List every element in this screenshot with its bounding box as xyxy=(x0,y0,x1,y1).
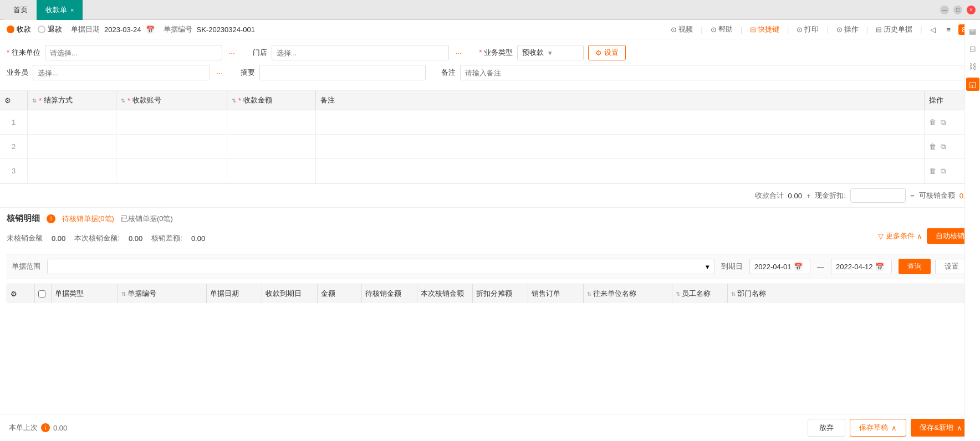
th2-current-text: 本次核销金额 xyxy=(421,289,464,299)
discount-input[interactable] xyxy=(850,188,906,203)
th2-doc-type: 单据类型 xyxy=(52,284,118,303)
th-payment-method: ⇅ * 结算方式 xyxy=(28,91,116,110)
row-1-amount[interactable] xyxy=(227,110,316,134)
draft-label: 保存草稿 xyxy=(859,423,888,433)
filter-settings-button[interactable]: 设置 xyxy=(935,259,968,274)
calendar-from-icon[interactable]: 📅 xyxy=(794,263,803,271)
delete-icon-3[interactable]: 🗑 xyxy=(929,167,936,175)
th-payment-text: 结算方式 xyxy=(44,95,73,105)
th2-amount-text: 金额 xyxy=(321,289,335,299)
total-label: 收款合计 xyxy=(755,191,784,201)
doc-num-value: SK-20230324-001 xyxy=(197,25,256,34)
sidebar-table-icon[interactable]: ▦ xyxy=(966,24,979,38)
copy-icon-2[interactable]: ⧉ xyxy=(941,142,946,151)
save-button[interactable]: 保存&新增 ∧ xyxy=(911,419,971,437)
th2-sales-order: 销售订单 xyxy=(528,284,584,303)
unchecked-label: 未核销金额 xyxy=(7,233,43,243)
select-all-checkbox[interactable] xyxy=(38,290,45,298)
range-label: 单据范围 xyxy=(12,261,40,271)
due-date-label: 到期日 xyxy=(721,261,743,271)
row-3-account[interactable] xyxy=(116,159,227,183)
th-actions-text: 操作 xyxy=(929,95,943,105)
doc-num-info: 单据编号 SK-20230324-001 xyxy=(164,24,256,34)
row-3-remark[interactable] xyxy=(316,159,925,183)
layout-btn[interactable]: ≡ xyxy=(943,24,955,35)
pending-tab[interactable]: 待核销单据(0笔) xyxy=(62,214,114,224)
business-type-dropdown[interactable]: 预收款 ▾ xyxy=(517,45,584,60)
close-button[interactable]: × xyxy=(967,6,976,14)
equals-sign: = xyxy=(910,192,915,200)
store-more-icon[interactable]: ··· xyxy=(453,49,464,57)
remark-input[interactable] xyxy=(460,65,973,80)
maximize-button[interactable]: □ xyxy=(953,6,962,14)
bottom-info-icon[interactable]: i xyxy=(41,423,50,432)
help-btn[interactable]: ⊙ 帮助 xyxy=(707,23,736,35)
th2-settings[interactable]: ⚙ xyxy=(7,284,35,303)
done-tab[interactable]: 已核销单据(0笔) xyxy=(121,214,173,224)
window-controls: — □ × xyxy=(940,6,976,14)
tab-home[interactable]: 首页 xyxy=(4,0,37,20)
abandon-button[interactable]: 放弃 xyxy=(808,419,845,437)
print-btn[interactable]: ⊙ 打印 xyxy=(793,23,822,35)
verify-title: 核销明细 xyxy=(7,213,40,224)
shortcut-btn[interactable]: ⊟ 快捷键 xyxy=(747,23,783,35)
history-icon: ⊟ xyxy=(876,25,882,34)
tab-close-icon[interactable]: × xyxy=(70,7,74,13)
store-input[interactable] xyxy=(272,45,449,60)
calendar-to-icon[interactable]: 📅 xyxy=(875,263,884,271)
sidebar-expand-icon[interactable]: ◱ xyxy=(966,78,979,91)
radio-refund[interactable]: 退款 xyxy=(38,24,62,34)
date-to-input[interactable]: 2022-04-12 📅 xyxy=(831,259,892,274)
history-btn[interactable]: ⊟ 历史单据 xyxy=(872,23,916,35)
sidebar-doc-icon[interactable]: ⊟ xyxy=(966,42,979,55)
staff-label: 业务员 xyxy=(7,68,28,78)
draft-button[interactable]: 保存草稿 ∧ xyxy=(850,419,906,437)
delete-icon-1[interactable]: 🗑 xyxy=(929,118,936,126)
operation-btn[interactable]: ⊙ 操作 xyxy=(833,23,862,35)
range-select[interactable]: ▾ xyxy=(47,259,714,274)
video-btn[interactable]: ⊙ 视频 xyxy=(667,23,696,35)
filter-action-btns: 查询 设置 xyxy=(899,259,968,274)
staff-more-icon[interactable]: ··· xyxy=(215,69,225,77)
row-1-account[interactable] xyxy=(116,110,227,134)
settings-button[interactable]: ⚙ 设置 xyxy=(588,45,626,60)
counterpart-more-icon[interactable]: ··· xyxy=(227,49,237,57)
row-2-remark[interactable] xyxy=(316,135,925,158)
row-1-payment[interactable] xyxy=(28,110,116,134)
th2-dept: ⇅ 部门名称 xyxy=(728,284,783,303)
counterpart-input[interactable] xyxy=(45,45,222,60)
calendar-icon[interactable]: 📅 xyxy=(146,25,155,34)
bottom-actions: 放弃 保存草稿 ∧ 保存&新增 ∧ xyxy=(808,419,971,437)
more-conditions-btn[interactable]: ▽ 更多条件 ∧ xyxy=(878,231,922,241)
query-button[interactable]: 查询 xyxy=(899,259,931,274)
copy-icon-1[interactable]: ⧉ xyxy=(941,118,946,127)
radio-receive[interactable]: 收款 xyxy=(7,24,31,34)
row-3-amount[interactable] xyxy=(227,159,316,183)
table-settings-icon: ⚙ xyxy=(4,96,11,105)
sort-icon: ⇅ xyxy=(32,98,37,104)
staff-input[interactable] xyxy=(33,65,210,80)
summary-input[interactable] xyxy=(259,65,426,80)
minimize-button[interactable]: — xyxy=(940,6,949,14)
row-2-payment[interactable] xyxy=(28,135,116,158)
sidebar-link-icon[interactable]: ⛓ xyxy=(966,60,979,73)
nav-prev-btn[interactable]: ◁ xyxy=(927,24,939,35)
date-from-value: 2022-04-01 xyxy=(754,263,792,271)
row-3-payment[interactable] xyxy=(28,159,116,183)
current-verify-value: 0.00 xyxy=(129,234,142,243)
th-settings[interactable]: ⚙ xyxy=(0,91,28,110)
row-2-amount[interactable] xyxy=(227,135,316,158)
tab-receipt[interactable]: 收款单 × xyxy=(37,0,83,20)
th2-checkbox[interactable] xyxy=(35,284,52,303)
delete-icon-2[interactable]: 🗑 xyxy=(929,142,936,151)
verify-info-icon[interactable]: i xyxy=(47,214,55,223)
row-num-2: 2 xyxy=(0,135,28,158)
table-header: ⚙ ⇅ * 结算方式 ⇅ * 收款账号 ⇅ * 收款金额 备注 操作 xyxy=(0,91,980,110)
row-1-remark[interactable] xyxy=(316,110,925,134)
row-2-account[interactable] xyxy=(116,135,227,158)
copy-icon-3[interactable]: ⧉ xyxy=(941,167,946,176)
th-payment-label: * xyxy=(39,96,42,105)
discount-label: 现金折扣: xyxy=(815,191,846,201)
current-verify-label: 本次核销金额: xyxy=(74,233,120,243)
date-from-input[interactable]: 2022-04-01 📅 xyxy=(749,259,810,274)
